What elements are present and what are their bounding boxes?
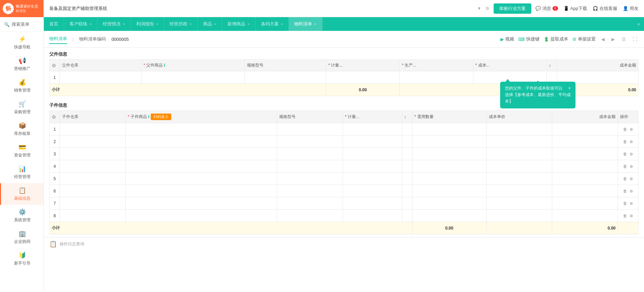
tab-operation-history[interactable]: 经营历程 × <box>164 17 197 31</box>
sidebar-item-operation[interactable]: 📊 经营管理 <box>0 162 44 183</box>
topbar-right: 💬 消息 6 📱 App下载 🎧 在线客服 👤 用友 <box>535 5 639 12</box>
list-view-button[interactable]: ☰ <box>620 36 627 43</box>
message-button[interactable]: 💬 消息 6 <box>535 5 558 12</box>
cell-unit-cost[interactable] <box>486 123 552 136</box>
close-icon[interactable]: × <box>189 22 191 26</box>
sub-tab-bom[interactable]: 物料清单 <box>49 34 67 44</box>
sidebar-item-inventory[interactable]: 📦 库存核算 <box>0 118 44 140</box>
delete-icon[interactable]: 🗑 <box>623 152 627 156</box>
settings-icon[interactable]: ⚙ <box>485 6 490 11</box>
tab-home[interactable]: 首页 <box>44 17 64 31</box>
video-button[interactable]: ▶ 视频 <box>500 36 514 42</box>
cell-warehouse[interactable] <box>60 123 126 136</box>
search-menu-button[interactable]: 🔍 搜索菜单 <box>3 20 41 29</box>
cell-warehouse[interactable] <box>60 71 141 84</box>
cell-unit[interactable] <box>326 71 400 84</box>
tab-goods[interactable]: 商品 × <box>198 17 222 31</box>
shortcuts-button[interactable]: ⌨ 快捷键 <box>518 36 540 42</box>
single-settings-button[interactable]: ⚙ 单据设置 <box>572 36 596 42</box>
cell-spec[interactable] <box>277 123 343 136</box>
child-row: 5 🗑 ⊕ <box>50 173 639 185</box>
th-parent-goods: * 父件商品 ℹ <box>141 60 245 71</box>
copy-icon[interactable]: ⊕ <box>630 176 633 181</box>
copy-icon[interactable]: ⊕ <box>630 152 633 156</box>
expand-button[interactable]: ⛶ <box>631 36 639 43</box>
phone-icon: 📱 <box>564 6 569 11</box>
logo-icon: 畅 <box>3 3 14 14</box>
tab-new-goods[interactable]: 新增商品 × <box>222 17 255 31</box>
close-icon[interactable]: × <box>314 22 316 26</box>
th-settings[interactable]: ⚙ <box>50 111 60 123</box>
log-icon: 📋 <box>49 240 57 248</box>
log-label[interactable]: 操作日志查询 <box>60 241 84 247</box>
sub-tab-code[interactable]: 物料清单编码 <box>79 35 106 44</box>
user-menu-button[interactable]: 👤 用友 <box>623 5 639 12</box>
cell-goods[interactable] <box>141 71 245 84</box>
tab-barcode[interactable]: 条码方案 × <box>256 17 289 31</box>
logo-text: 畅通诸好生意 <box>16 4 38 9</box>
copy-icon[interactable]: ⊕ <box>630 127 633 132</box>
th-sort[interactable]: ↕ <box>547 60 557 71</box>
row-num: 1 <box>50 71 60 84</box>
sidebar-item-quick-nav[interactable]: ⚡ 快捷导航 <box>0 32 44 54</box>
copy-icon[interactable]: ⊕ <box>630 189 633 194</box>
tooltip-close-button[interactable]: × <box>568 85 571 92</box>
copy-icon[interactable]: ⊕ <box>630 164 633 169</box>
prev-record-button[interactable]: ◀ <box>600 36 606 43</box>
cell-qty[interactable] <box>412 123 486 136</box>
online-service-button[interactable]: 🎧 在线客服 <box>593 5 617 12</box>
next-record-button[interactable]: ▶ <box>610 36 616 43</box>
delete-icon[interactable]: 🗑 <box>623 201 627 206</box>
tab-customer[interactable]: 客户联络 × <box>64 17 97 31</box>
sidebar-item-marketing[interactable]: 📢 营销推广 <box>0 54 44 75</box>
settings-gear-icon[interactable]: ⚙ <box>52 63 56 68</box>
dropdown-icon: ▼ <box>477 6 481 11</box>
copy-icon[interactable]: ⊕ <box>630 139 633 144</box>
sidebar-item-finance[interactable]: 💳 资金管理 <box>0 140 44 162</box>
tab-profit-report[interactable]: 利润报告 × <box>131 17 164 31</box>
delete-icon[interactable]: 🗑 <box>623 189 627 194</box>
child-row: 8 🗑 ⊕ <box>50 210 639 222</box>
settings-gear-icon[interactable]: ⚙ <box>52 114 56 120</box>
delete-icon[interactable]: 🗑 <box>623 139 627 144</box>
th-label: * 成本... <box>475 63 490 68</box>
close-icon[interactable]: × <box>247 22 249 26</box>
extract-cost-button[interactable]: 💲 提取成本 <box>544 36 568 42</box>
sidebar-item-system[interactable]: ⚙️ 系统管理 <box>0 205 44 226</box>
close-icon[interactable]: × <box>89 22 91 26</box>
cell-spec[interactable] <box>245 71 326 84</box>
sidebar-item-sales[interactable]: 💰 销售管理 <box>0 75 44 97</box>
tab-bom[interactable]: 物料清单 × <box>289 17 322 31</box>
close-icon[interactable]: × <box>281 22 283 26</box>
message-label: 消息 <box>542 5 551 12</box>
sidebar-item-purchase[interactable]: 🛒 采购管理 <box>0 97 44 118</box>
copy-icon[interactable]: ⊕ <box>630 201 633 206</box>
th-settings[interactable]: ⚙ <box>50 60 60 71</box>
close-icon[interactable]: × <box>156 22 158 26</box>
delete-icon[interactable]: 🗑 <box>623 164 627 169</box>
th-spec: 规格型号 <box>245 60 326 71</box>
app-download-button[interactable]: 📱 App下载 <box>564 5 587 12</box>
close-icon[interactable]: × <box>123 22 125 26</box>
cell-production[interactable] <box>399 71 473 84</box>
tab-operation-status[interactable]: 经营情况 × <box>97 17 131 31</box>
operation-icon: 📊 <box>18 165 26 173</box>
child-row: 6 🗑 ⊕ <box>50 185 639 197</box>
cell-goods[interactable] <box>125 123 277 136</box>
try-industry-button[interactable]: 体验行业方案 <box>494 3 531 14</box>
delete-icon[interactable]: 🗑 <box>623 127 627 132</box>
th-child-sort[interactable]: ↕ <box>402 111 412 123</box>
copy-icon[interactable]: ⊕ <box>630 213 633 218</box>
cell-unit[interactable] <box>343 123 402 136</box>
close-all-tabs[interactable]: × <box>633 17 644 31</box>
sidebar-search[interactable]: 🔍 搜索菜单 <box>0 17 44 32</box>
delete-icon[interactable]: 🗑 <box>623 213 627 218</box>
sidebar-item-basic-info[interactable]: 📋 基础信息 <box>0 183 44 205</box>
sidebar-item-guide[interactable]: 🔰 新手引导 <box>0 248 44 270</box>
delete-icon[interactable]: 🗑 <box>623 176 627 181</box>
sidebar-item-enterprise[interactable]: 🏢 企业协同 <box>0 226 44 248</box>
topbar: 装备及固定资产辅助管理系统 ▼ ⚙ 体验行业方案 💬 消息 6 📱 App下载 … <box>44 0 644 17</box>
close-icon[interactable]: × <box>214 22 216 26</box>
scan-input-button[interactable]: 扫码录入 <box>151 114 171 120</box>
tab-label: 物料清单 <box>294 21 312 27</box>
